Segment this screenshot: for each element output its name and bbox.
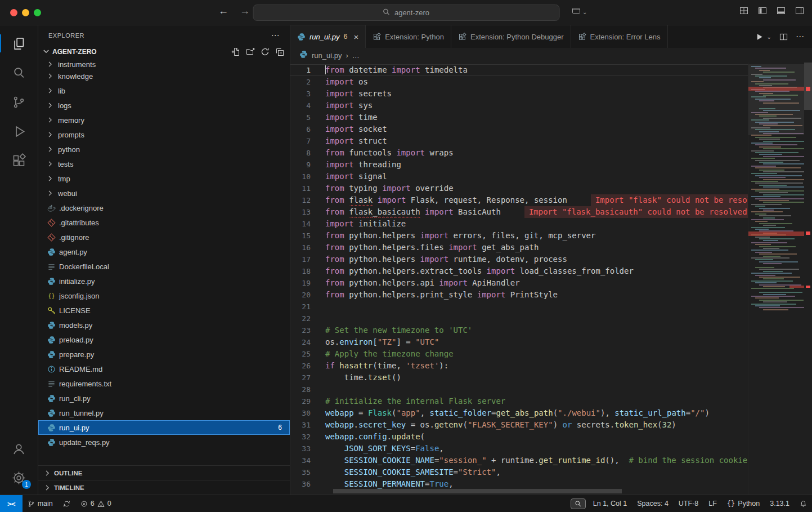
code-line-13[interactable]: 13from flask_basicauth import BasicAuthI…: [290, 206, 748, 218]
new-file-icon[interactable]: [231, 47, 240, 56]
scrollbar-thumb[interactable]: [804, 63, 812, 110]
status-encoding[interactable]: UTF-8: [674, 495, 703, 512]
tree-item-DockerfileLocal[interactable]: DockerfileLocal: [38, 259, 290, 274]
tree-item-initialize.py[interactable]: initialize.py: [38, 274, 290, 288]
close-button[interactable]: [10, 9, 17, 16]
tree-item-lib[interactable]: lib: [38, 83, 290, 98]
panel-header-timeline[interactable]: TIMELINE: [38, 480, 290, 495]
status-problems[interactable]: 60: [75, 495, 116, 512]
code-line-32[interactable]: 32webapp.config.update(: [290, 431, 748, 443]
tab-Extension: Python[interactable]: Extension: Python: [366, 25, 451, 48]
tree-item-run_tunnel.py[interactable]: run_tunnel.py: [38, 406, 290, 420]
tree-item-instruments[interactable]: instruments: [38, 59, 290, 69]
tree-item-agent.py[interactable]: agent.py: [38, 244, 290, 259]
tree-item-jsconfig.json[interactable]: {}jsconfig.json: [38, 288, 290, 303]
tree-item-memory[interactable]: memory: [38, 113, 290, 127]
back-arrow-icon[interactable]: ←: [218, 5, 228, 17]
vertical-scrollbar[interactable]: [804, 63, 812, 495]
code-line-36[interactable]: 36 SESSION_PERMANENT=True,: [290, 478, 748, 490]
tree-item-logs[interactable]: logs: [38, 98, 290, 113]
code-line-6[interactable]: 6import socket: [290, 123, 748, 135]
tab-Extension: Error Lens[interactable]: Extension: Error Lens: [571, 25, 668, 48]
code-line-29[interactable]: 29# initialize the internal Flask server: [290, 395, 748, 407]
code-line-26[interactable]: 26if hasattr(time, 'tzset'):: [290, 360, 748, 372]
code-line-25[interactable]: 25# Apply the timezone change: [290, 348, 748, 360]
code-line-34[interactable]: 34 SESSION_COOKIE_NAME="session_" + runt…: [290, 455, 748, 466]
command-center-search[interactable]: agent-zero: [253, 5, 559, 21]
code-line-2[interactable]: 2import os: [290, 76, 748, 88]
run-button-icon[interactable]: [755, 33, 764, 41]
code-line-30[interactable]: 30webapp = Flask("app", static_folder=ge…: [290, 407, 748, 419]
code-line-22[interactable]: 22: [290, 313, 748, 324]
code-line-5[interactable]: 5import time: [290, 112, 748, 123]
section-header-agent-zero[interactable]: AGENT-ZERO: [38, 45, 290, 59]
tree-item-webui[interactable]: webui: [38, 186, 290, 201]
code-line-17[interactable]: 17from python.helpers import runtime, do…: [290, 253, 748, 265]
refresh-icon[interactable]: [261, 47, 270, 56]
panel-header-outline[interactable]: OUTLINE: [38, 465, 290, 480]
code-line-9[interactable]: 9import threading: [290, 159, 748, 171]
activity-item-extensions[interactable]: [0, 146, 38, 175]
tree-item-preload.py[interactable]: preload.py: [38, 332, 290, 347]
collapse-all-icon[interactable]: [275, 47, 284, 56]
status-indentation[interactable]: Spaces: 4: [632, 495, 674, 512]
toggle-panel-bottom-icon[interactable]: [777, 6, 786, 15]
status-eol[interactable]: LF: [703, 495, 722, 512]
status-python-version[interactable]: 3.13.1: [765, 495, 795, 512]
editor-more-actions-icon[interactable]: ⋯: [796, 32, 804, 42]
minimap-slider[interactable]: [748, 64, 804, 135]
status-notifications[interactable]: [795, 495, 812, 512]
code-line-33[interactable]: 33 JSON_SORT_KEYS=False,: [290, 443, 748, 455]
code-line-35[interactable]: 35 SESSION_COOKIE_SAMESITE="Strict",: [290, 466, 748, 478]
activity-item-accounts[interactable]: [0, 434, 38, 463]
activity-item-explorer[interactable]: [0, 29, 38, 58]
code-line-7[interactable]: 7import struct: [290, 135, 748, 147]
tree-item-prompts[interactable]: prompts: [38, 127, 290, 142]
tree-item-.gitattributes[interactable]: .gitattributes: [38, 215, 290, 230]
code-line-15[interactable]: 15from python.helpers import errors, fil…: [290, 230, 748, 242]
maximize-button[interactable]: [34, 9, 41, 16]
remote-indicator[interactable]: ><: [0, 495, 23, 512]
code-line-19[interactable]: 19from python.helpers.api import ApiHand…: [290, 277, 748, 289]
status-sync[interactable]: [58, 495, 75, 512]
tree-item-run_cli.py[interactable]: run_cli.py: [38, 391, 290, 406]
tree-item-prepare.py[interactable]: prepare.py: [38, 347, 290, 362]
breadcrumb-file[interactable]: run_ui.py: [312, 51, 342, 60]
code-line-28[interactable]: 28: [290, 384, 748, 395]
code-line-4[interactable]: 4import sys: [290, 100, 748, 112]
explorer-more-actions-icon[interactable]: ⋯: [271, 30, 280, 41]
toggle-panel-right-icon[interactable]: [795, 6, 804, 15]
split-editor-icon[interactable]: [779, 33, 788, 41]
tree-item-tmp[interactable]: tmp: [38, 171, 290, 186]
code-line-11[interactable]: 11from typing import override: [290, 182, 748, 194]
new-folder-icon[interactable]: [246, 47, 255, 56]
code-line-10[interactable]: 10import signal: [290, 171, 748, 182]
activity-item-settings[interactable]: 1: [0, 463, 38, 492]
code-line-21[interactable]: 21: [290, 301, 748, 313]
profile-control[interactable]: ⌄: [572, 6, 587, 17]
code-editor[interactable]: 1from datetime import timedelta2import o…: [290, 63, 748, 495]
code-line-31[interactable]: 31webapp.secret_key = os.getenv("FLASK_S…: [290, 419, 748, 431]
activity-item-source-control[interactable]: [0, 87, 38, 117]
code-line-23[interactable]: 23# Set the new timezone to 'UTC': [290, 324, 748, 336]
customize-layout-icon[interactable]: [739, 6, 748, 15]
status-zoom-indicator[interactable]: [571, 498, 586, 509]
forward-arrow-icon[interactable]: →: [240, 5, 250, 17]
status-branch[interactable]: main: [23, 495, 58, 512]
status-cursor-position[interactable]: Ln 1, Col 1: [588, 495, 632, 512]
activity-item-run-debug[interactable]: [0, 117, 38, 146]
status-language-mode[interactable]: {}Python: [722, 495, 765, 512]
tree-item-.dockerignore[interactable]: .dockerignore: [38, 201, 290, 215]
code-line-14[interactable]: 14import initialize: [290, 218, 748, 230]
tree-item-.gitignore[interactable]: .gitignore: [38, 230, 290, 244]
horizontal-scrollbar[interactable]: [333, 489, 622, 493]
search-input[interactable]: agent-zero: [394, 8, 429, 17]
tree-item-run_ui.py[interactable]: run_ui.py6: [38, 420, 290, 435]
tree-item-models.py[interactable]: models.py: [38, 318, 290, 332]
run-dropdown-icon[interactable]: ⌄: [767, 34, 771, 40]
code-line-27[interactable]: 27 time.tzset(): [290, 372, 748, 384]
tree-item-LICENSE[interactable]: LICENSE: [38, 303, 290, 318]
tree-item-update_reqs.py[interactable]: update_reqs.py: [38, 435, 290, 449]
code-line-8[interactable]: 8from functools import wraps: [290, 147, 748, 159]
breadcrumb-more[interactable]: …: [352, 51, 360, 60]
